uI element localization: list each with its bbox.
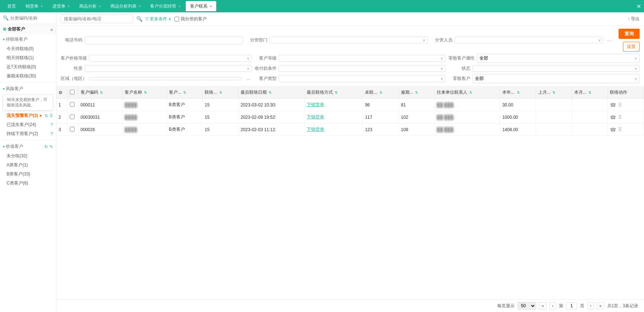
tab-sales[interactable]: 销货单 ×	[21, 1, 47, 11]
tab-product-analysis-list[interactable]: 商品分析列表 ×	[106, 1, 145, 11]
cell-name-1[interactable]: ████	[122, 111, 167, 123]
sidebar-item-class-a[interactable]: A类客户(1)	[0, 161, 56, 170]
tab-customer-tier[interactable]: 客户分层经营 ×	[146, 1, 185, 11]
per-page-select[interactable]: 50 100 200	[518, 302, 536, 310]
cell-checkbox-1[interactable]	[67, 111, 78, 123]
last-type-link-2[interactable]: 下销货单	[307, 127, 324, 132]
phone-action-icon-1[interactable]: ☎	[610, 114, 616, 120]
tab-purchase-close[interactable]: ×	[68, 4, 70, 8]
info-icon-1[interactable]: ?	[51, 122, 53, 127]
info-icon-2[interactable]: ?	[51, 131, 53, 137]
sidebar-item-tomorrow[interactable]: 明天待联络(1)	[0, 53, 56, 62]
main-search-input[interactable]	[61, 15, 133, 23]
customer-level-select[interactable]: ∨	[279, 55, 446, 62]
tab-purchase[interactable]: 进货单 ×	[48, 1, 74, 11]
select-all-checkbox[interactable]	[70, 90, 75, 94]
last-type-link-1[interactable]: 下销货单	[307, 114, 324, 119]
tab-product-analysis-close[interactable]: ×	[99, 4, 101, 8]
person-select[interactable]: ∨	[455, 37, 603, 44]
scatter-select[interactable]: 全部 ∨	[472, 74, 640, 83]
last-page-button[interactable]: »	[597, 302, 604, 309]
row-checkbox-1[interactable]	[70, 114, 75, 119]
sidebar-collapse-icon[interactable]: «	[50, 27, 53, 32]
sidebar-item-ungroup[interactable]: 未分组(32)	[0, 151, 56, 161]
sidebar-item-today[interactable]: 今天待联络(0)	[0, 44, 56, 53]
col-last-type[interactable]: 最后联络方式 ⇅	[304, 86, 363, 99]
customer-type-select[interactable]: ∨	[279, 75, 446, 82]
sidebar-search-input[interactable]	[10, 16, 56, 21]
phone-action-icon-0[interactable]: ☎	[610, 102, 616, 108]
sidebar-item-class-c[interactable]: C类客户(6)	[0, 179, 56, 188]
cell-name-0[interactable]: ████	[122, 99, 167, 111]
next-page-button[interactable]: ›	[587, 302, 594, 309]
sidebar-item-overdue[interactable]: 逾期未联络(30)	[0, 72, 56, 81]
region-dots[interactable]: ···	[245, 76, 252, 82]
nature-select[interactable]: ∨	[85, 65, 252, 72]
more-action-icon-0[interactable]: ⠿	[618, 102, 622, 108]
sidebar-section-value[interactable]: ▾ 价值客户 ↻ ✎	[0, 142, 56, 151]
tab-sales-close[interactable]: ×	[41, 4, 43, 8]
last-type-link-0[interactable]: 下销货单	[307, 102, 324, 107]
col-last-date[interactable]: 最后联络日期 ⇅	[238, 86, 304, 99]
col-settings[interactable]: ⚙	[56, 86, 67, 99]
sidebar-all-customers[interactable]: ⊞ 全部客户 «	[0, 24, 56, 35]
export-button[interactable]: ↑ 导出	[628, 16, 640, 22]
more-conditions-button[interactable]: ▽ 更多条件 ∧	[145, 16, 172, 22]
cell-checkbox-0[interactable]	[67, 99, 78, 111]
col-not-contacted[interactable]: 未联... ⇅	[363, 86, 399, 99]
tab-product-analysis[interactable]: 商品分析 ×	[75, 1, 105, 11]
sidebar-item-churned[interactable]: 已流失客户(24) ?	[0, 120, 56, 129]
region-select[interactable]	[89, 77, 242, 80]
tab-customer-contact[interactable]: 客户联系 ×	[186, 1, 216, 11]
cell-checkbox-2[interactable]	[67, 123, 78, 136]
my-customers-checkbox[interactable]	[174, 17, 179, 21]
col-overdue[interactable]: 逾期... ⇅	[399, 86, 435, 99]
phone-action-icon-2[interactable]: ☎	[610, 127, 616, 133]
close-all-button[interactable]: ✕	[636, 3, 641, 10]
more-action-icon-1[interactable]: ⠿	[618, 114, 622, 120]
status-select[interactable]: ∨	[472, 65, 640, 72]
col-code[interactable]: 客户编码 ⇅	[78, 86, 122, 99]
price-level-select[interactable]: ∨	[89, 55, 252, 62]
prev-page-button[interactable]: ‹	[550, 302, 556, 309]
col-this-month[interactable]: 本月... ⇅	[572, 86, 608, 99]
cell-last-type-1[interactable]: 下销货单	[304, 111, 363, 123]
row-checkbox-0[interactable]	[70, 102, 75, 107]
tab-customer-tier-close[interactable]: ×	[178, 4, 181, 8]
more-action-icon-2[interactable]: ⠿	[618, 127, 622, 133]
scatter-attr-select[interactable]: 全部 ∨	[477, 54, 640, 63]
page-number-input[interactable]	[566, 302, 577, 309]
sidebar-section-risk[interactable]: ▾ 风险客户	[0, 84, 56, 94]
tab-customer-contact-close[interactable]: ×	[210, 4, 212, 8]
col-contact[interactable]: 联络... ⇅	[202, 86, 238, 99]
dept-select[interactable]: ∨	[270, 37, 428, 44]
more-icon[interactable]: ⠿	[50, 113, 53, 118]
cell-last-type-2[interactable]: 下销货单	[304, 123, 363, 136]
person-dots[interactable]: ···	[605, 37, 613, 43]
main-search-button[interactable]: 🔍	[136, 16, 142, 22]
tab-home[interactable]: 首页	[3, 1, 20, 11]
my-customers-checkbox-label[interactable]: 我分管的客户	[174, 16, 207, 22]
row-checkbox-2[interactable]	[70, 127, 75, 131]
sidebar-item-declining[interactable]: 持续下滑客户(2) ?	[0, 129, 56, 138]
cell-last-type-0[interactable]: 下销货单	[304, 99, 363, 111]
col-unit-contact[interactable]: 往来单位联系人 ⇅	[434, 86, 500, 99]
sidebar-item-7days[interactable]: 近7天待联络(0)	[0, 62, 56, 72]
tab-product-analysis-list-close[interactable]: ×	[139, 4, 141, 8]
refresh-icon[interactable]: ↻	[45, 113, 48, 118]
col-type[interactable]: 客户... ⇅	[166, 86, 202, 99]
sidebar-item-class-b[interactable]: B类客户(33)	[0, 170, 56, 179]
cell-name-2[interactable]: ████	[122, 123, 167, 136]
query-button[interactable]: 查询	[619, 29, 640, 39]
value-edit-icon[interactable]: ✎	[49, 144, 53, 149]
payment-select[interactable]: ∨	[279, 65, 446, 72]
value-refresh-icon[interactable]: ↻	[44, 144, 48, 149]
col-this-year[interactable]: 本年... ⇅	[500, 86, 536, 99]
sidebar-item-churn-warning[interactable]: 流失预警客户(3) ● ↻ ⠿	[0, 111, 56, 120]
settings-button[interactable]: 设置	[623, 42, 640, 52]
first-page-button[interactable]: «	[539, 302, 547, 309]
sidebar-section-pending[interactable]: ▾ 待联络客户	[0, 35, 56, 44]
phone-input[interactable]	[85, 36, 243, 44]
col-last-month[interactable]: 上月... ⇅	[536, 86, 572, 99]
col-name[interactable]: 客户名称 ⇅	[122, 86, 167, 99]
